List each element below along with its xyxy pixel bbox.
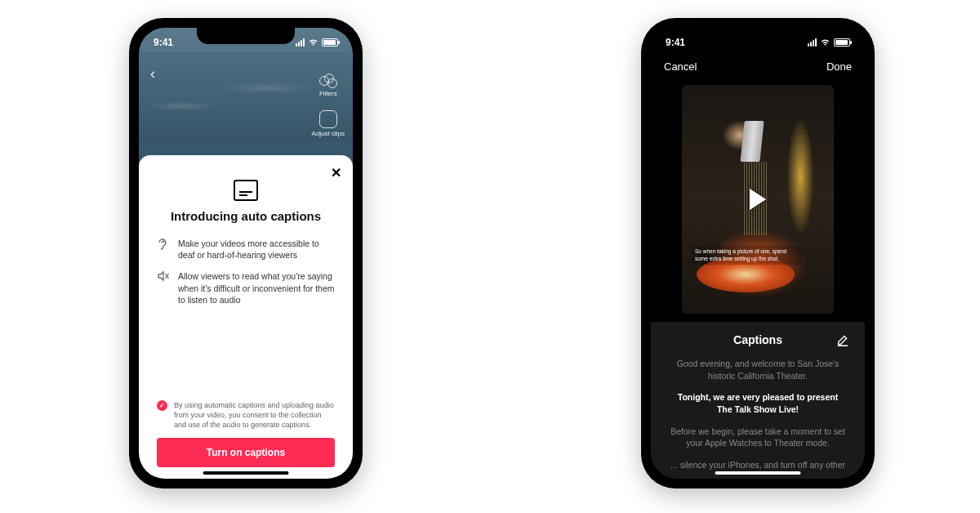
video-preview[interactable]: So when taking a picture of one, spend s… xyxy=(682,85,834,314)
home-indicator xyxy=(715,471,801,475)
caption-lines-list[interactable]: Good evening, and welcome to San Jose's … xyxy=(651,355,865,471)
phone-mockup-intro: 9:41 ‹ Filters Adjust clips ✕ I xyxy=(129,18,363,488)
editor-nav: Cancel Done xyxy=(651,60,865,73)
signal-icon xyxy=(296,38,305,47)
captions-header: Captions xyxy=(651,322,865,355)
device-notch xyxy=(709,28,807,44)
captions-heading: Captions xyxy=(733,333,782,346)
caption-line[interactable]: Tonight, we are very pleased to present … xyxy=(669,391,847,415)
edit-captions-button[interactable] xyxy=(835,333,850,350)
benefit-accessibility: Make your videos more accessible to deaf… xyxy=(157,238,335,261)
caption-line[interactable]: Before we begin, please take a moment to… xyxy=(669,426,847,449)
benefit-text: Make your videos more accessible to deaf… xyxy=(178,238,335,261)
consent-checkbox-icon: ✓ xyxy=(157,400,167,411)
adjust-clips-label: Adjust clips xyxy=(312,130,345,137)
captions-icon xyxy=(234,180,258,201)
food-grater-graphic xyxy=(740,121,764,162)
device-notch xyxy=(197,28,295,44)
done-button[interactable]: Done xyxy=(826,60,852,73)
play-icon[interactable] xyxy=(750,189,766,210)
phone-mockup-captions-editor: 9:41 Cancel Done So when taking a pictur… xyxy=(641,18,875,488)
intro-captions-sheet: ✕ Introducing auto captions Make your vi… xyxy=(139,155,353,479)
wifi-icon xyxy=(308,38,318,47)
status-time: 9:41 xyxy=(154,37,173,48)
caption-line[interactable]: Good evening, and welcome to San Jose's … xyxy=(669,358,847,381)
cancel-button[interactable]: Cancel xyxy=(664,60,697,73)
screen-left: 9:41 ‹ Filters Adjust clips ✕ I xyxy=(139,28,353,479)
caption-line[interactable]: ... silence your iPhones, and turn off a… xyxy=(669,459,847,471)
wifi-icon xyxy=(820,38,831,47)
adjust-clips-tool[interactable]: Adjust clips xyxy=(312,110,345,137)
battery-icon xyxy=(322,38,338,47)
turn-on-captions-button[interactable]: Turn on captions xyxy=(157,438,335,467)
status-indicators xyxy=(808,38,850,47)
ear-icon xyxy=(157,238,170,261)
battery-icon xyxy=(834,38,850,47)
filters-icon xyxy=(319,74,337,88)
sound-off-icon xyxy=(157,270,170,306)
status-indicators xyxy=(296,38,338,47)
video-side-tools: Filters Adjust clips xyxy=(312,74,345,137)
screen-right: 9:41 Cancel Done So when taking a pictur… xyxy=(651,28,865,479)
captions-panel: Captions Good evening, and welcome to Sa… xyxy=(651,322,865,479)
benefit-readability: Allow viewers to read what you're saying… xyxy=(157,270,335,306)
home-indicator xyxy=(203,471,289,475)
close-button[interactable]: ✕ xyxy=(331,165,341,181)
sheet-title: Introducing auto captions xyxy=(157,209,335,223)
consent-text: By using automatic captions and uploadin… xyxy=(174,400,335,430)
adjust-clips-icon xyxy=(319,110,337,128)
benefit-text: Allow viewers to read what you're saying… xyxy=(178,270,335,306)
status-time: 9:41 xyxy=(666,37,685,48)
back-button[interactable]: ‹ xyxy=(150,65,155,83)
consent-row[interactable]: ✓ By using automatic captions and upload… xyxy=(157,400,335,430)
signal-icon xyxy=(808,38,817,47)
filters-label: Filters xyxy=(319,90,337,97)
filters-tool[interactable]: Filters xyxy=(319,74,337,97)
overlay-caption-text: So when taking a picture of one, spend s… xyxy=(692,246,801,265)
